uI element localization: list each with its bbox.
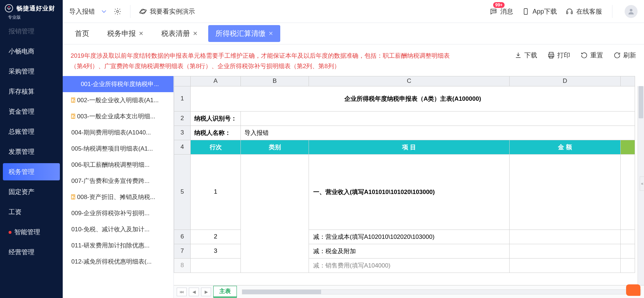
taxpayer-id-value[interactable] (241, 111, 635, 126)
row-header[interactable]: 1 (174, 86, 191, 111)
cell-edge[interactable] (621, 258, 635, 273)
sidebar-item-partial[interactable]: 报销管理 (0, 24, 63, 41)
header-item[interactable]: 项 目 (309, 140, 510, 154)
cell-seq[interactable]: 2 (191, 230, 241, 244)
svg-point-4 (139, 9, 147, 14)
tab[interactable]: 所得税汇算清缴✕ (208, 25, 280, 42)
horizontal-scrollbar[interactable] (242, 289, 641, 294)
header-amount[interactable]: 金 额 (510, 140, 621, 154)
sheet-list-item[interactable]: 001-企业所得税年度纳税申... (63, 76, 173, 92)
sidebar-nav: 报销管理 小畅电商采购管理库存核算资金管理总账管理发票管理税务管理固定资产工资智… (0, 24, 63, 298)
tab-label: 首页 (75, 29, 89, 38)
row-header[interactable]: 7 (174, 244, 191, 258)
svg-rect-10 (567, 11, 568, 13)
reset-button[interactable]: 重置 (580, 51, 603, 60)
taxpayer-name-value[interactable]: 导入报错 (241, 126, 635, 140)
tab[interactable]: 首页 (68, 25, 96, 42)
cell-item[interactable]: 一、营业收入(填写A101010\101020\103000) (309, 154, 510, 230)
sheet-nav-prev[interactable]: ◀ (189, 288, 199, 296)
sidebar-item[interactable]: 经营管理 (0, 242, 63, 262)
cell-edge[interactable] (621, 244, 635, 258)
demo-link[interactable]: 我要看实例演示 (139, 7, 195, 16)
sheet-list-item[interactable]: ⍰008-资产折旧、摊销及纳税... (63, 189, 173, 205)
sheet-list-item[interactable]: 012-减免所得税优惠明细表(... (63, 254, 173, 270)
row-header[interactable]: 3 (174, 126, 191, 140)
taxpayer-id-label[interactable]: 纳税人识别号： (191, 111, 241, 126)
cell-item[interactable]: 减：销售费用(填写A104000) (309, 258, 510, 273)
close-icon[interactable]: ✕ (268, 30, 273, 37)
close-icon[interactable]: ✕ (139, 30, 143, 37)
messages-button[interactable]: 消息 99+ (488, 6, 515, 17)
row-header[interactable]: 8 (174, 258, 191, 273)
cell-seq[interactable]: 1 (191, 154, 241, 230)
support-button[interactable]: 在线客服 (564, 6, 604, 17)
question-icon: ⍰ (71, 113, 75, 120)
sidebar-item[interactable]: 税务管理 (3, 163, 60, 180)
cell-seq[interactable]: 3 (191, 244, 241, 258)
col-header[interactable]: A (191, 76, 241, 86)
cell-amount[interactable] (510, 230, 621, 244)
header-class[interactable]: 类别 (241, 140, 309, 154)
sheet-list-item[interactable]: 007-广告费和业务宣传费跨... (63, 173, 173, 189)
col-header[interactable] (621, 76, 635, 86)
cell-class[interactable] (241, 154, 309, 273)
sheet-list-item[interactable]: 006-职工薪酬纳税调整明细... (63, 157, 173, 173)
cell-item[interactable]: 减：营业成本(填写A102010\102020\103000) (309, 230, 510, 244)
sidebar-item[interactable]: 库存核算 (0, 81, 63, 101)
cell-edge[interactable] (621, 230, 635, 244)
sheet-list-item[interactable]: 005-纳税调整项目明细表(A1... (63, 141, 173, 157)
support-label: 在线客服 (576, 7, 602, 16)
col-header[interactable]: B (241, 76, 309, 86)
chat-icon (490, 8, 497, 15)
sidebar-item[interactable]: 小畅电商 (0, 41, 63, 61)
col-header[interactable]: D (510, 76, 621, 86)
row-header[interactable]: 4 (174, 140, 191, 154)
cell-item[interactable]: 减：税金及附加 (309, 244, 510, 258)
sheet-nav-first[interactable]: ⏮ (177, 288, 187, 296)
sheet-list-item[interactable]: 009-企业所得税弥补亏损明... (63, 205, 173, 221)
cell-edge[interactable] (621, 154, 635, 230)
refresh-button[interactable]: 刷新 (613, 51, 636, 60)
sheet-list-item[interactable]: ⍰002-一般企业收入明细表(A1... (63, 92, 173, 108)
tab[interactable]: 税表清册✕ (154, 25, 205, 42)
gear-icon[interactable] (114, 8, 121, 15)
tab[interactable]: 税务申报✕ (100, 25, 151, 42)
print-button[interactable]: 打印 (547, 51, 570, 60)
grid-corner[interactable] (174, 76, 191, 86)
org-selector[interactable]: 导入报错 (69, 7, 108, 16)
sidebar-item[interactable]: 工资 (0, 202, 63, 222)
taxpayer-name-label[interactable]: 纳税人名称： (191, 126, 241, 140)
row-header[interactable]: 6 (174, 230, 191, 244)
float-help-icon[interactable] (626, 284, 640, 296)
sheet-list-item[interactable]: 004-期间费用明细表(A1040... (63, 124, 173, 141)
avatar[interactable] (625, 5, 638, 18)
sidebar-item[interactable]: 发票管理 (0, 142, 63, 162)
row-header[interactable]: 5 (174, 154, 191, 230)
sidebar-item[interactable]: 采购管理 (0, 61, 63, 81)
cell-amount[interactable] (510, 258, 621, 273)
cell-amount[interactable] (510, 244, 621, 258)
sheet-nav-next[interactable]: ▶ (201, 288, 211, 296)
sheet-title[interactable]: 企业所得税年度纳税申报表（A类）主表(A100000) (191, 86, 635, 111)
sheet-list-item[interactable]: ⍰003-一般企业成本支出明细... (63, 108, 173, 124)
app-download-button[interactable]: App下载 (520, 6, 558, 17)
sheet-list-label: 008-资产折旧、摊销及纳税... (77, 193, 155, 201)
download-button[interactable]: 下载 (514, 51, 537, 60)
green-edge[interactable] (621, 140, 635, 154)
sheet-list-item[interactable]: 010-免税、减计收入及加计... (63, 221, 173, 237)
sheet-tab-main[interactable]: 主表 (213, 286, 237, 298)
cell-amount[interactable] (510, 154, 621, 230)
phone-icon (522, 8, 530, 15)
collapse-handle[interactable]: « (640, 176, 644, 191)
col-header[interactable]: C (309, 76, 510, 86)
header-seq[interactable]: 行次 (191, 140, 241, 154)
row-header[interactable]: 2 (174, 111, 191, 126)
sidebar-item[interactable]: 资金管理 (0, 101, 63, 122)
sidebar-item[interactable]: 固定资产 (0, 182, 63, 202)
sidebar-item[interactable]: 总账管理 (0, 122, 63, 142)
sidebar-item[interactable]: 智能管理 (0, 222, 63, 242)
grid-scroll[interactable]: A B C D 1 企业所得税年度纳税申报表（A类）主表(A100000) 2 (174, 76, 644, 285)
cell-seq[interactable] (191, 258, 241, 273)
close-icon[interactable]: ✕ (193, 30, 197, 37)
sheet-list-item[interactable]: 011-研发费用加计扣除优惠... (63, 237, 173, 254)
